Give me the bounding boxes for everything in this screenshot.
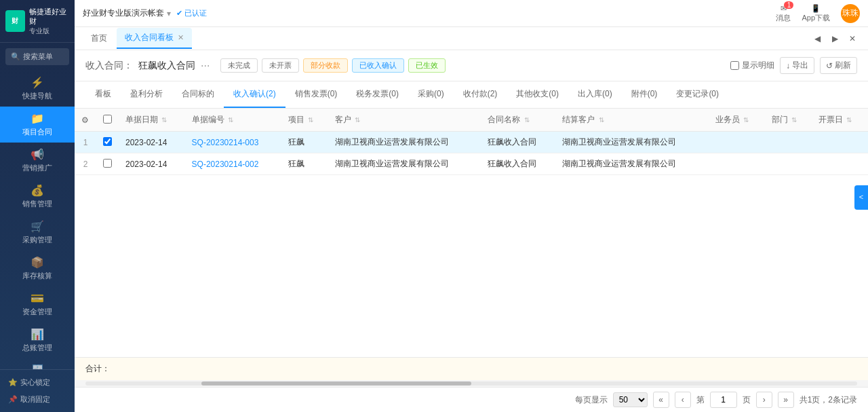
table-body: 1 2023-02-14 SQ-20230214-003 狂飙 湖南卫视商业运营… xyxy=(75,132,868,175)
sidebar-bottom-unpin[interactable]: 📌 取消固定 xyxy=(4,391,71,408)
checkbox-column-header xyxy=(96,109,119,132)
user-avatar[interactable]: 珠珠 xyxy=(841,4,860,23)
status-active[interactable]: 已生效 xyxy=(408,58,446,73)
per-page-label: 每页显示 xyxy=(575,394,608,406)
subtab-tax-invoice[interactable]: 税务发票(0) xyxy=(347,81,408,108)
sort-icon: ⇅ xyxy=(743,116,749,124)
row-dept-cell xyxy=(765,153,812,175)
select-all-checkbox[interactable] xyxy=(103,115,112,124)
logo-text: 畅捷通好业财 专业版 xyxy=(29,7,69,35)
right-panel-toggle[interactable]: < xyxy=(854,185,868,209)
subtab-warehouse[interactable]: 出入库(0) xyxy=(568,81,622,108)
scrollbar-thumb[interactable] xyxy=(201,381,471,386)
project-column-header[interactable]: 项目 ⇅ xyxy=(281,109,328,132)
subtab-profit[interactable]: 盈利分析 xyxy=(121,81,172,108)
show-detail-checkbox[interactable]: 显示明细 xyxy=(730,60,774,71)
refresh-button[interactable]: ↺ 刷新 xyxy=(820,57,857,74)
row-number-cell[interactable]: SQ-20230214-002 xyxy=(185,153,281,175)
app-download-button[interactable]: 📱 App下载 xyxy=(802,4,830,23)
sidebar-item-label: 快捷导航 xyxy=(22,91,52,101)
topbar: 好业财专业版演示帐套 ▾ ✔ 已认证 ✉ 1 消息 📱 App下载 珠珠 xyxy=(75,0,868,27)
sidebar-item-project-contract[interactable]: 📁 项目合同 xyxy=(0,107,75,143)
table-row[interactable]: 1 2023-02-14 SQ-20230214-003 狂飙 湖南卫视商业运营… xyxy=(75,132,868,153)
subtab-revenue-confirm[interactable]: 收入确认(2) xyxy=(224,81,285,108)
total-pages-info: 共1页，2条记录 xyxy=(800,394,857,406)
subtab-payment[interactable]: 收付款(2) xyxy=(454,81,507,108)
message-button[interactable]: ✉ 1 消息 xyxy=(776,4,791,23)
data-table-wrapper: ⚙ 单据日期 ⇅ 单据编号 ⇅ xyxy=(75,109,868,357)
sort-icon: ⇅ xyxy=(599,116,604,124)
page-input[interactable] xyxy=(710,392,737,408)
first-page-button[interactable]: « xyxy=(653,392,669,408)
date-column-header[interactable]: 单据日期 ⇅ xyxy=(119,109,185,132)
prev-page-button[interactable]: ‹ xyxy=(675,392,691,408)
unpin-label: 取消固定 xyxy=(20,394,50,405)
next-page-button[interactable]: › xyxy=(756,392,772,408)
sidebar-item-ledger[interactable]: 📊 总账管理 xyxy=(0,322,75,358)
row-checkbox[interactable] xyxy=(103,159,112,168)
status-confirmed[interactable]: 已收入确认 xyxy=(352,58,404,73)
refresh-label: 刷新 xyxy=(835,60,851,71)
tab-close-icon[interactable]: ✕ xyxy=(178,33,184,42)
customer-column-header[interactable]: 客户 ⇅ xyxy=(328,109,481,132)
contract-column-header[interactable]: 合同名称 ⇅ xyxy=(481,109,555,132)
number-column-header[interactable]: 单据编号 ⇅ xyxy=(185,109,281,132)
subtab-attachment[interactable]: 附件(0) xyxy=(622,81,667,108)
salesman-label: 业务员 xyxy=(715,115,740,124)
settings-icon[interactable]: ⚙ xyxy=(81,115,89,125)
export-button[interactable]: ↓ 导出 xyxy=(780,57,814,74)
subtab-purchase[interactable]: 采购(0) xyxy=(408,81,454,108)
status-incomplete[interactable]: 未完成 xyxy=(220,58,258,73)
subtab-sales-invoice[interactable]: 销售发票(0) xyxy=(285,81,347,108)
sidebar-search[interactable]: 🔍 搜索菜单 xyxy=(5,48,69,65)
sidebar-bottom-lock[interactable]: ⭐ 实心锁定 xyxy=(4,374,71,391)
row-salesman-cell xyxy=(709,132,765,153)
sidebar-item-invoice[interactable]: 🧾 发票管理 xyxy=(0,358,75,369)
pagination: 每页显示 50 10 20 100 « ‹ 第 页 › » 共1页，2条记录 xyxy=(75,387,868,412)
subtab-board[interactable]: 看板 xyxy=(85,81,121,108)
company-selector[interactable]: 好业财专业版演示帐套 ▾ xyxy=(83,7,171,19)
document-number-link[interactable]: SQ-20230214-002 xyxy=(192,160,259,169)
tab-next-button[interactable]: ▶ xyxy=(827,31,842,46)
dept-column-header[interactable]: 部门 ⇅ xyxy=(765,109,812,132)
tab-close-button[interactable]: ✕ xyxy=(845,31,860,46)
horizontal-scrollbar[interactable] xyxy=(75,380,868,387)
tab-contract-board[interactable]: 收入合同看板 ✕ xyxy=(117,28,192,49)
row-number-cell[interactable]: SQ-20230214-003 xyxy=(185,132,281,153)
sidebar-item-sales[interactable]: 💰 销售管理 xyxy=(0,179,75,214)
sort-icon: ⇅ xyxy=(846,116,852,124)
settle-customer-column-header[interactable]: 结算客户 ⇅ xyxy=(555,109,708,132)
show-detail-input[interactable] xyxy=(730,61,739,70)
tabbar: 首页 收入合同看板 ✕ ◀ ▶ ✕ xyxy=(75,27,868,50)
row-checkbox[interactable] xyxy=(103,137,112,146)
row-checkbox-cell[interactable] xyxy=(96,132,119,153)
sidebar-item-quick-nav[interactable]: ⚡ 快捷导航 xyxy=(0,71,75,107)
subtab-change-log[interactable]: 变更记录(0) xyxy=(667,81,728,108)
sidebar-item-finance[interactable]: 💳 资金管理 xyxy=(0,286,75,322)
status-partial[interactable]: 部分收款 xyxy=(303,58,348,73)
more-options-icon[interactable]: ··· xyxy=(201,60,210,72)
last-page-button[interactable]: » xyxy=(778,392,794,408)
date-label: 单据日期 xyxy=(125,115,158,124)
show-detail-label: 显示明细 xyxy=(742,60,774,71)
sidebar-item-purchase[interactable]: 🛒 采购管理 xyxy=(0,214,75,250)
tabbar-controls: ◀ ▶ ✕ xyxy=(810,31,860,46)
download-icon: 📱 xyxy=(811,4,821,13)
document-number-link[interactable]: SQ-20230214-003 xyxy=(192,138,259,147)
invoice-date-column-header[interactable]: 开票日 ⇅ xyxy=(812,109,868,132)
sidebar-item-inventory[interactable]: 📦 库存核算 xyxy=(0,250,75,286)
app-download-label: App下载 xyxy=(802,13,830,23)
contract-header: 收入合同： 狂飙收入合同 ··· 未完成 未开票 部分收款 已收入确认 已生效 … xyxy=(75,50,868,81)
page-size-select[interactable]: 50 10 20 100 xyxy=(613,392,648,407)
subtab-other[interactable]: 其他收支(0) xyxy=(507,81,568,108)
salesman-column-header[interactable]: 业务员 ⇅ xyxy=(709,109,765,132)
table-row[interactable]: 2 2023-02-14 SQ-20230214-002 狂飙 湖南卫视商业运营… xyxy=(75,153,868,175)
subtab-subject[interactable]: 合同标的 xyxy=(172,81,224,108)
tab-prev-button[interactable]: ◀ xyxy=(810,31,825,46)
tab-home[interactable]: 首页 xyxy=(83,29,115,48)
row-checkbox-cell[interactable] xyxy=(96,153,119,175)
status-uninvoiced[interactable]: 未开票 xyxy=(262,58,299,73)
sidebar-item-marketing[interactable]: 📢 营销推广 xyxy=(0,143,75,179)
row-invoice-date-cell xyxy=(812,132,868,153)
sort-icon: ⇅ xyxy=(791,116,797,124)
